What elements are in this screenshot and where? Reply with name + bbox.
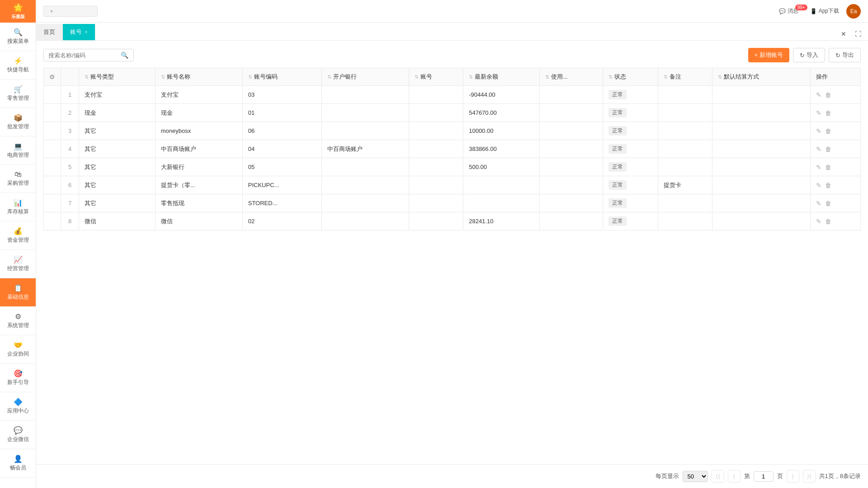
import-icon: ↻ — [800, 52, 805, 59]
edit-button[interactable]: ✎ — [816, 218, 821, 225]
col-action: 操作 — [811, 68, 861, 86]
col-num — [61, 68, 79, 86]
table-row: 7 其它 零售抵现 STORED... 正常 ✎ 🗑 — [44, 194, 861, 212]
main-content: ▾ 💬 消息 99+ 📱 App下载 Ea 首页 账号 × — [36, 0, 868, 488]
col-remark[interactable]: 备注 — [658, 68, 712, 86]
row-type: 其它 — [79, 158, 156, 176]
sidebar-item-label: 应用中心 — [7, 408, 29, 414]
sidebar-item-inventory[interactable]: 📊 库存核算 — [0, 193, 36, 221]
sidebar: 🌟 乐惠版 🔍 搜索菜单 ⚡ 快捷导航 🛒 零售管理 📦 批发管理 💻 电商管理… — [0, 0, 36, 488]
row-actions: ✎ 🗑 — [811, 104, 861, 122]
row-name: 零售抵现 — [155, 194, 242, 212]
import-button[interactable]: ↻ 导入 — [793, 48, 825, 62]
edit-button[interactable]: ✎ — [816, 127, 821, 135]
search-button[interactable]: 🔍 — [121, 52, 128, 59]
col-default-pay[interactable]: 默认结算方式 — [712, 68, 810, 86]
tab-expand-button[interactable]: ⛶ — [852, 28, 864, 40]
row-account — [409, 158, 463, 176]
row-settings — [44, 140, 61, 158]
sidebar-item-basic-info[interactable]: 📋 基础信息 — [0, 278, 36, 307]
col-status[interactable]: 状态 — [603, 68, 658, 86]
sidebar-item-system[interactable]: ⚙ 系统管理 — [0, 307, 36, 335]
tab-home[interactable]: 首页 — [36, 24, 63, 40]
page-first-button[interactable]: ⟨⟨ — [712, 470, 724, 483]
edit-button[interactable]: ✎ — [816, 182, 821, 189]
topbar: ▾ 💬 消息 99+ 📱 App下载 Ea — [36, 0, 868, 23]
row-bank: 中百商场账户 — [322, 140, 409, 158]
col-account[interactable]: 账号 — [409, 68, 463, 86]
per-page-select[interactable]: 50 10 20 100 — [683, 471, 708, 482]
col-code[interactable]: 账号编码 — [242, 68, 321, 86]
col-use[interactable]: 使用... — [539, 68, 603, 86]
page-prev-button[interactable]: ⟨ — [728, 470, 741, 483]
edit-button[interactable]: ✎ — [816, 164, 821, 171]
sidebar-item-beginner-guide[interactable]: 🎯 新手引导 — [0, 364, 36, 392]
edit-button[interactable]: ✎ — [816, 145, 821, 153]
row-default-pay — [712, 140, 810, 158]
row-status: 正常 — [603, 140, 658, 158]
app-download-button[interactable]: 📱 App下载 — [810, 7, 839, 15]
table-row: 5 其它 大新银行 05 500.00 正常 ✎ 🗑 — [44, 158, 861, 176]
operations-icon: 📈 — [2, 255, 34, 264]
delete-button[interactable]: 🗑 — [825, 200, 831, 207]
sidebar-item-enterprise-wechat[interactable]: 💬 企业微信 — [0, 421, 36, 449]
sidebar-item-member[interactable]: 👤 畅会员 — [0, 449, 36, 478]
col-type[interactable]: 账号类型 — [79, 68, 156, 86]
sidebar-item-retail[interactable]: 🛒 零售管理 — [0, 80, 36, 108]
total-info: 共1页，8条记录 — [819, 472, 861, 480]
message-button[interactable]: 💬 消息 99+ — [774, 7, 803, 15]
sidebar-item-operations[interactable]: 📈 经营管理 — [0, 250, 36, 278]
delete-button[interactable]: 🗑 — [825, 164, 831, 171]
dropdown-icon[interactable]: ▾ — [50, 8, 53, 14]
col-balance[interactable]: 最新余额 — [463, 68, 540, 86]
edit-button[interactable]: ✎ — [816, 91, 821, 99]
settings-icon[interactable]: ⚙ — [49, 73, 55, 80]
page-next-button[interactable]: ⟩ — [787, 470, 799, 483]
topbar-search[interactable]: ▾ — [43, 6, 98, 17]
sidebar-item-app-center[interactable]: 🔷 应用中心 — [0, 392, 36, 421]
row-bank — [322, 158, 409, 176]
sidebar-item-ecommerce[interactable]: 💻 电商管理 — [0, 136, 36, 165]
edit-button[interactable]: ✎ — [816, 200, 821, 207]
user-avatar[interactable]: Ea — [846, 4, 861, 19]
delete-button[interactable]: 🗑 — [825, 218, 831, 225]
row-code: STORED... — [242, 194, 321, 212]
sidebar-item-finance[interactable]: 💰 资金管理 — [0, 221, 36, 250]
ecommerce-icon: 💻 — [2, 142, 34, 150]
sidebar-item-quick-nav[interactable]: ⚡ 快捷导航 — [0, 51, 36, 80]
sidebar-item-purchase[interactable]: 🛍 采购管理 — [0, 165, 36, 193]
col-settings[interactable]: ⚙ — [44, 68, 61, 86]
edit-button[interactable]: ✎ — [816, 109, 821, 117]
table-row: 2 现金 现金 01 547670.00 正常 ✎ 🗑 — [44, 104, 861, 122]
delete-button[interactable]: 🗑 — [825, 91, 831, 99]
export-button[interactable]: ↻ 导出 — [829, 48, 861, 62]
page-last-button[interactable]: ⟩⟩ — [803, 470, 816, 483]
delete-button[interactable]: 🗑 — [825, 182, 831, 189]
page-suffix: 页 — [777, 472, 783, 480]
page-input[interactable] — [754, 471, 774, 482]
search-wrap[interactable]: 🔍 — [43, 49, 134, 61]
per-page-label: 每页显示 — [656, 472, 679, 480]
delete-button[interactable]: 🗑 — [825, 145, 831, 153]
tab-close-icon[interactable]: × — [85, 29, 88, 35]
message-icon: 💬 — [779, 8, 786, 14]
row-use — [539, 158, 603, 176]
sidebar-item-search-menu[interactable]: 🔍 搜索菜单 — [0, 23, 36, 51]
delete-button[interactable]: 🗑 — [825, 127, 831, 135]
search-input[interactable] — [48, 52, 121, 59]
inventory-icon: 📊 — [2, 198, 34, 207]
sidebar-item-enterprise-collab[interactable]: 🤝 企业协同 — [0, 335, 36, 364]
retail-icon: 🛒 — [2, 85, 34, 94]
tab-bar: 首页 账号 × ✕ ⛶ — [36, 23, 868, 41]
tab-account[interactable]: 账号 × — [63, 24, 95, 40]
row-num: 8 — [61, 212, 79, 230]
row-code: 01 — [242, 104, 321, 122]
row-account — [409, 176, 463, 194]
row-use — [539, 104, 603, 122]
add-account-button[interactable]: + 新增账号 — [748, 48, 789, 62]
delete-button[interactable]: 🗑 — [825, 109, 831, 117]
col-bank[interactable]: 开户银行 — [322, 68, 409, 86]
tab-minimize-button[interactable]: ✕ — [837, 28, 850, 40]
col-name[interactable]: 账号名称 — [155, 68, 242, 86]
sidebar-item-wholesale[interactable]: 📦 批发管理 — [0, 108, 36, 136]
